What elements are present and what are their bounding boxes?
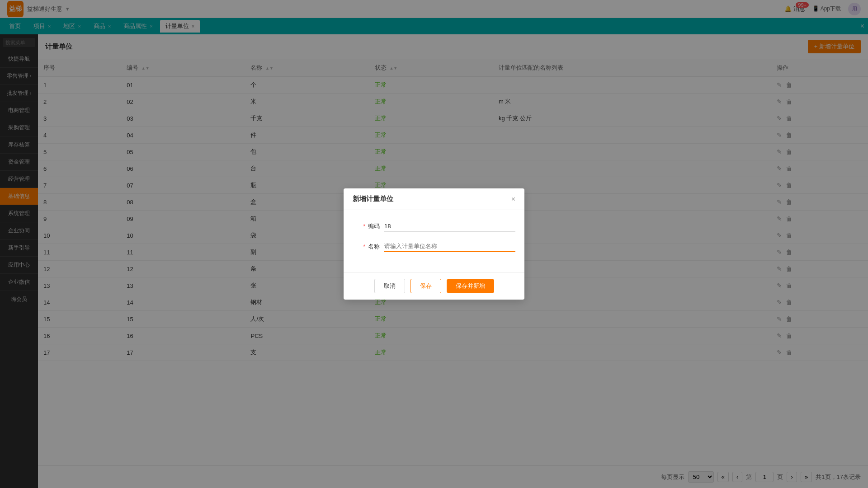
modal-header: 新增计量单位 × bbox=[344, 188, 524, 210]
required-star-name: * bbox=[363, 243, 365, 250]
modal-body: * 编码 * 名称 bbox=[344, 210, 524, 272]
form-item-code: * 编码 bbox=[353, 221, 515, 232]
form-item-name: * 名称 bbox=[353, 241, 515, 252]
modal-overlay[interactable]: 新增计量单位 × * 编码 * 名称 取消 保存 保存并新增 bbox=[0, 0, 868, 488]
save-button[interactable]: 保存 bbox=[410, 279, 441, 293]
code-input[interactable] bbox=[384, 221, 515, 232]
modal-title: 新增计量单位 bbox=[353, 195, 393, 203]
add-unit-modal: 新增计量单位 × * 编码 * 名称 取消 保存 保存并新增 bbox=[344, 188, 524, 300]
modal-close-button[interactable]: × bbox=[511, 195, 515, 203]
save-and-new-button[interactable]: 保存并新增 bbox=[447, 279, 494, 293]
cancel-button[interactable]: 取消 bbox=[374, 279, 405, 293]
modal-footer: 取消 保存 保存并新增 bbox=[344, 272, 524, 300]
code-label: * 编码 bbox=[353, 222, 380, 230]
name-input[interactable] bbox=[384, 241, 515, 252]
name-label: * 名称 bbox=[353, 243, 380, 251]
required-star-code: * bbox=[363, 223, 365, 230]
